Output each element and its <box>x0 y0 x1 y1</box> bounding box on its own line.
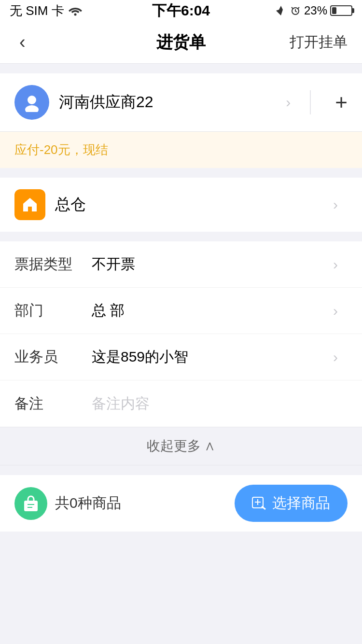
notice-text: 应付-20元，现结 <box>14 142 108 157</box>
warehouse-name: 总仓 <box>55 194 333 215</box>
department-arrow-icon: › <box>333 303 338 319</box>
department-row[interactable]: 部门 总 部 › <box>0 288 362 334</box>
remark-row[interactable]: 备注 备注内容 <box>0 380 362 427</box>
collapse-label: 收起更多 ∧ <box>147 437 216 455</box>
remark-label: 备注 <box>14 394 82 414</box>
supplier-avatar <box>14 85 49 120</box>
location-icon <box>275 5 287 16</box>
department-value: 总 部 <box>82 301 333 321</box>
battery-icon <box>330 5 352 16</box>
section-gap-2 <box>0 168 362 178</box>
invoice-type-value: 不开票 <box>82 254 333 274</box>
nav-bar: ‹ 进货单 打开挂单 <box>0 21 362 64</box>
alarm-icon <box>290 5 301 16</box>
warehouse-row[interactable]: 总仓 › <box>0 178 362 232</box>
select-product-icon <box>252 497 267 510</box>
person-icon <box>22 93 42 112</box>
department-label: 部门 <box>14 301 82 321</box>
warehouse-arrow-icon: › <box>333 196 338 213</box>
add-supplier-button[interactable]: + <box>320 90 362 114</box>
form-section: 票据类型 不开票 › 部门 总 部 › 业务员 这是859的小智 › 备注 备注… <box>0 241 362 427</box>
select-product-button[interactable]: 选择商品 <box>235 485 348 522</box>
invoice-type-row[interactable]: 票据类型 不开票 › <box>0 241 362 288</box>
supplier-name: 河南供应商22 <box>59 92 286 113</box>
main-content: 河南供应商22 › + 应付-20元，现结 总仓 › 票据类型 不开票 › 部门 <box>0 64 362 644</box>
supplier-arrow-icon: › <box>286 94 291 111</box>
section-gap-3 <box>0 232 362 241</box>
open-pending-button[interactable]: 打开挂单 <box>290 32 348 52</box>
svg-point-0 <box>74 14 76 16</box>
page-title: 进货单 <box>156 31 206 54</box>
svg-point-2 <box>28 96 36 104</box>
supplier-divider <box>310 90 311 114</box>
house-icon <box>21 196 39 213</box>
status-bar: 无 SIM 卡 下午6:04 23% <box>0 0 362 21</box>
invoice-type-arrow-icon: › <box>333 256 338 273</box>
status-carrier: 无 SIM 卡 <box>10 2 83 19</box>
section-gap-1 <box>0 64 362 73</box>
back-button[interactable]: ‹ <box>14 27 30 57</box>
collapse-button[interactable]: 收起更多 ∧ <box>0 427 362 465</box>
carrier-text: 无 SIM 卡 <box>10 2 64 19</box>
select-product-label: 选择商品 <box>272 493 330 513</box>
shopping-bag-icon <box>21 494 41 513</box>
status-right: 23% <box>275 4 352 17</box>
salesperson-value: 这是859的小智 <box>82 347 333 367</box>
salesperson-arrow-icon: › <box>333 349 338 365</box>
salesperson-label: 业务员 <box>14 347 82 367</box>
battery-text: 23% <box>304 4 327 17</box>
warehouse-icon <box>14 189 45 220</box>
status-time: 下午6:04 <box>152 1 210 21</box>
svg-rect-4 <box>24 501 38 511</box>
product-count-left: 共0种商品 <box>14 487 121 520</box>
supplier-row[interactable]: 河南供应商22 › <box>0 73 300 131</box>
remark-placeholder: 备注内容 <box>82 394 348 414</box>
svg-point-3 <box>25 105 39 112</box>
product-icon <box>14 487 47 520</box>
salesperson-row[interactable]: 业务员 这是859的小智 › <box>0 334 362 380</box>
wifi-icon <box>68 5 83 16</box>
bottom-bar: 共0种商品 选择商品 <box>0 475 362 532</box>
invoice-type-label: 票据类型 <box>14 254 82 274</box>
product-count-text: 共0种商品 <box>55 493 121 513</box>
notice-bar: 应付-20元，现结 <box>0 132 362 168</box>
supplier-section: 河南供应商22 › + <box>0 73 362 132</box>
